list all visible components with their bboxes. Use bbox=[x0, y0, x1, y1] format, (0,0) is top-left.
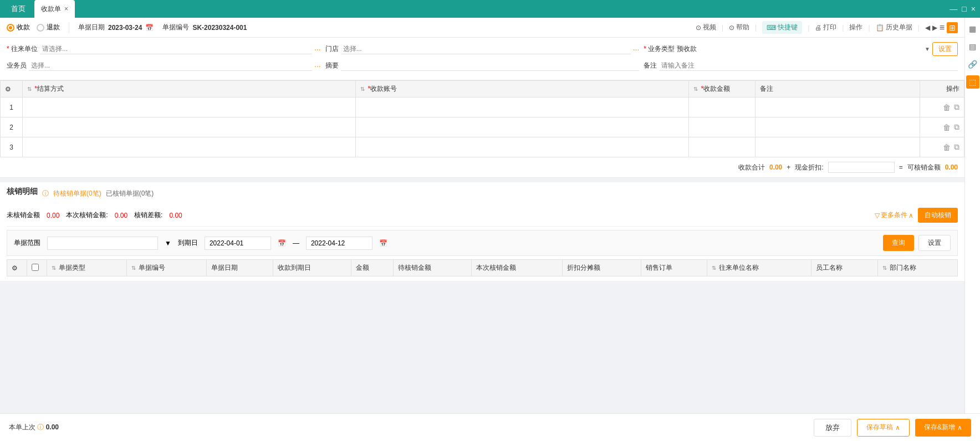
sidebar-list-icon[interactable]: ▤ bbox=[966, 40, 979, 53]
tab-done[interactable]: 已核销单据(0笔) bbox=[106, 189, 154, 198]
row-remark-2[interactable] bbox=[756, 117, 920, 137]
row-num-1: 1 bbox=[1, 98, 23, 117]
row-copy-3-icon[interactable]: ⧉ bbox=[954, 142, 959, 152]
shortcut-btn[interactable]: ⌨ 快捷键 bbox=[762, 21, 802, 34]
receipt-table-container: ⚙ ⇅ *结算方式 ⇅ *收款账号 ⇅ *收款金额 备注 bbox=[0, 80, 964, 157]
row-account-1[interactable] bbox=[356, 98, 689, 117]
more-filter-btn[interactable]: ▽ 更多条件 ∧ bbox=[875, 211, 913, 220]
store-more-btn[interactable]: ··· bbox=[633, 45, 640, 54]
summary-field: 摘要 bbox=[325, 60, 640, 71]
row-account-3[interactable] bbox=[356, 137, 689, 157]
row-delete-2-icon[interactable]: 🗑 bbox=[943, 123, 951, 132]
settings-btn[interactable]: 设置 bbox=[932, 42, 958, 56]
view-icons: ◀ ▶ ≡ ⊞ bbox=[925, 22, 958, 33]
date-from-icon[interactable]: 📅 bbox=[278, 239, 286, 247]
sort-partner-icon[interactable]: ⇅ bbox=[712, 265, 716, 271]
store-label: 门店 bbox=[325, 44, 339, 54]
staff-input[interactable] bbox=[29, 60, 312, 71]
sort-num-icon[interactable]: ⇅ bbox=[131, 265, 136, 271]
save-draft-btn[interactable]: 保存草稿 ∧ bbox=[857, 419, 910, 437]
query-btn[interactable]: 查询 bbox=[883, 235, 914, 251]
carry-forward-info-icon[interactable]: ⓘ bbox=[37, 423, 44, 431]
footer-actions: 放弃 保存草稿 ∧ 保存&新增 ∧ bbox=[814, 419, 971, 437]
discard-btn[interactable]: 放弃 bbox=[814, 419, 851, 437]
select-all-checkbox[interactable] bbox=[32, 264, 39, 271]
sort-settle-icon[interactable]: ⇅ bbox=[27, 86, 32, 92]
window-minimize-icon[interactable]: — bbox=[950, 4, 957, 13]
sidebar-table-icon[interactable]: ▦ bbox=[966, 22, 979, 35]
store-input[interactable] bbox=[341, 44, 631, 54]
row-settle-3[interactable] bbox=[23, 137, 356, 157]
print-icon: 🖨 bbox=[815, 24, 821, 32]
row-amount-1[interactable] bbox=[689, 98, 756, 117]
th-account: ⇅ *收款账号 bbox=[356, 81, 689, 98]
summary-input[interactable] bbox=[341, 60, 640, 71]
row-settle-2[interactable] bbox=[23, 117, 356, 137]
tab-home[interactable]: 首页 bbox=[4, 0, 32, 18]
row-delete-1-icon[interactable]: 🗑 bbox=[943, 103, 951, 112]
bth-due: 收款到期日 bbox=[273, 260, 351, 276]
row-amount-3[interactable] bbox=[689, 137, 756, 157]
bth-partner: ⇅ 往来单位名称 bbox=[707, 260, 811, 276]
row-amount-2[interactable] bbox=[689, 117, 756, 137]
video-icon: ⊙ bbox=[696, 24, 701, 32]
range-select[interactable] bbox=[47, 237, 158, 250]
filter-right: ▽ 更多条件 ∧ 自动核销 bbox=[875, 208, 958, 223]
date-from-input[interactable] bbox=[205, 237, 271, 250]
table-row: 3 🗑 ⧉ bbox=[1, 137, 964, 157]
bth-settings[interactable]: ⚙ bbox=[7, 260, 27, 276]
discount-input[interactable] bbox=[828, 162, 895, 173]
radio-receipt[interactable]: 收款 bbox=[7, 23, 30, 32]
sort-amount-icon[interactable]: ⇅ bbox=[693, 86, 698, 92]
list-icon[interactable]: ≡ bbox=[940, 23, 945, 33]
radio-receipt-dot bbox=[7, 24, 14, 32]
row-account-2[interactable] bbox=[356, 117, 689, 137]
date-to-icon[interactable]: 📅 bbox=[379, 239, 387, 247]
sidebar-expand-icon[interactable]: ⬚ bbox=[966, 75, 979, 89]
sidebar-link-icon[interactable]: 🔗 bbox=[966, 58, 979, 71]
window-resize-icon[interactable]: □ bbox=[962, 4, 966, 13]
partner-input[interactable] bbox=[40, 44, 312, 54]
prev-icon[interactable]: ◀ bbox=[925, 24, 930, 32]
row-delete-3-icon[interactable]: 🗑 bbox=[943, 143, 951, 152]
sort-dept-icon[interactable]: ⇅ bbox=[882, 265, 887, 271]
sort-account-icon[interactable]: ⇅ bbox=[360, 86, 365, 92]
settings-query-btn[interactable]: 设置 bbox=[918, 235, 951, 251]
radio-refund-dot bbox=[37, 24, 44, 32]
video-btn[interactable]: ⊙ 视频 bbox=[696, 23, 716, 32]
date-to-input[interactable] bbox=[306, 237, 372, 250]
auto-cancel-btn[interactable]: 自动核销 bbox=[918, 208, 958, 223]
divider-1 bbox=[69, 22, 69, 33]
date-field: 单据日期 2023-03-24 📅 bbox=[78, 23, 154, 32]
tab-close-icon[interactable]: × bbox=[64, 5, 68, 13]
biz-type-dropdown[interactable]: ▼ bbox=[925, 46, 930, 52]
row-copy-1-icon[interactable]: ⧉ bbox=[954, 102, 959, 112]
calendar-icon[interactable]: 📅 bbox=[145, 24, 154, 32]
tab-pending[interactable]: 待核销单据(0笔) bbox=[53, 189, 101, 198]
grid-icon[interactable]: ⊞ bbox=[947, 22, 958, 33]
row-settle-1[interactable] bbox=[23, 98, 356, 117]
row-num-2: 2 bbox=[1, 117, 23, 137]
sort-type-icon[interactable]: ⇅ bbox=[52, 265, 56, 271]
row-remark-3[interactable] bbox=[756, 137, 920, 157]
table-row: 2 🗑 ⧉ bbox=[1, 117, 964, 137]
row-copy-2-icon[interactable]: ⧉ bbox=[954, 122, 959, 132]
carry-forward: 本单上次 ⓘ 0.00 bbox=[9, 423, 59, 432]
tab-bar: 首页 收款单 × — □ × bbox=[0, 0, 980, 18]
remark-input[interactable] bbox=[659, 60, 958, 71]
window-close-icon[interactable]: × bbox=[971, 4, 976, 13]
radio-refund[interactable]: 退款 bbox=[37, 23, 60, 32]
print-btn[interactable]: 🖨 打印 bbox=[815, 23, 836, 32]
verify-info-icon[interactable]: ⓘ bbox=[42, 189, 49, 198]
staff-more-btn[interactable]: ··· bbox=[314, 61, 321, 70]
history-btn[interactable]: 📋 历史单据 bbox=[876, 23, 912, 32]
row-remark-1[interactable] bbox=[756, 98, 920, 117]
partner-more-btn[interactable]: ··· bbox=[314, 45, 321, 54]
help-btn[interactable]: ⊙ 帮助 bbox=[729, 23, 749, 32]
save-new-btn[interactable]: 保存&新增 ∧ bbox=[915, 419, 971, 437]
operate-btn[interactable]: 操作 bbox=[849, 23, 862, 32]
next-icon[interactable]: ▶ bbox=[932, 24, 937, 32]
partner-field: 往来单位 ··· bbox=[7, 44, 321, 54]
th-settings[interactable]: ⚙ bbox=[1, 81, 23, 98]
tab-receipts[interactable]: 收款单 × bbox=[34, 0, 75, 18]
